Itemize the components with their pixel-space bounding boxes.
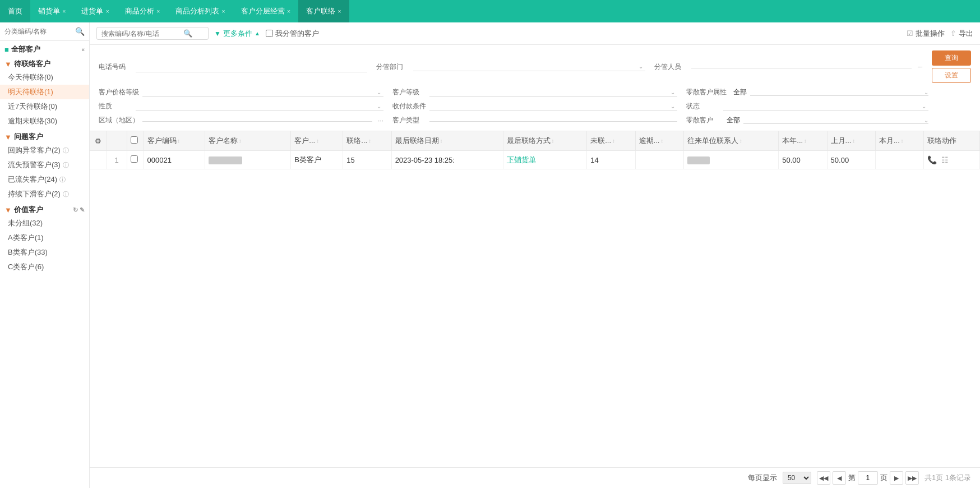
sidebar: 🔍 ■ 全部客户 « ▼ 待联络客户 今天待联络(0) 明天待联络(1) 近7天… bbox=[0, 22, 90, 488]
row-unreached: 14 bbox=[587, 151, 635, 169]
sidebar-item-today-contact[interactable]: 今天待联络(0) bbox=[0, 70, 89, 85]
sidebar-item-7days-contact[interactable]: 近7天待联络(0) bbox=[0, 99, 89, 114]
filter-status: 状态 ⌄ bbox=[686, 102, 971, 111]
page-number-input[interactable] bbox=[858, 471, 878, 485]
filter-payment-terms-select[interactable]: ⌄ bbox=[429, 102, 677, 111]
nav-purchase-order[interactable]: 进货单 × bbox=[73, 0, 117, 22]
sort-icon-contacts[interactable]: ↕ bbox=[368, 138, 371, 144]
sidebar-item-abnormal-repurchase[interactable]: 回购异常客户(2) ⓘ bbox=[0, 143, 89, 158]
content-area: 🔍 ▼ 更多条件 ▲ 我分管的客户 ☑ 批量操作 ⇧ 导出 bbox=[90, 22, 980, 488]
select-all-checkbox[interactable] bbox=[131, 136, 138, 144]
row-this-year: 50.00 bbox=[779, 151, 827, 169]
nav-customer-contact[interactable]: 客户联络 × bbox=[298, 0, 349, 22]
search-input[interactable] bbox=[101, 30, 180, 38]
sort-icon-related[interactable]: ↕ bbox=[739, 138, 742, 144]
export-btn[interactable]: ⇧ 导出 bbox=[950, 29, 973, 39]
search-icon[interactable]: 🔍 bbox=[183, 29, 192, 38]
filter-price-level-select[interactable]: ⌄ bbox=[142, 88, 383, 97]
sort-icon-unreached[interactable]: ↕ bbox=[612, 138, 615, 144]
nav-home[interactable]: 首页 bbox=[0, 0, 30, 22]
bulk-operation-btn[interactable]: ☑ 批量操作 bbox=[907, 29, 945, 39]
sort-icon-this-month[interactable]: ↕ bbox=[901, 138, 904, 144]
nav-customer-layering[interactable]: 客户分层经营 × bbox=[233, 0, 298, 22]
page-size-select[interactable]: 50 100 200 bbox=[783, 472, 811, 484]
next-page-btn[interactable]: ▶ bbox=[890, 471, 903, 485]
filter-manager-select[interactable] bbox=[691, 66, 912, 68]
sidebar-section-pending: ▼ 待联络客户 bbox=[0, 56, 89, 70]
help-icon-2: ⓘ bbox=[63, 161, 69, 169]
filter-nature-select[interactable]: ⌄ bbox=[136, 102, 383, 111]
nav-product-analysis[interactable]: 商品分析 × bbox=[117, 0, 168, 22]
manager-dots-btn[interactable]: ··· bbox=[917, 63, 923, 71]
sidebar-item-class-b[interactable]: B类客户(33) bbox=[0, 245, 89, 260]
last-contact-method-link[interactable]: 下销货单 bbox=[507, 155, 536, 164]
filter-status-select[interactable]: ⌄ bbox=[723, 102, 928, 111]
setting-button[interactable]: 设置 bbox=[932, 68, 971, 83]
filter-customer-type: 客户类型 bbox=[392, 116, 677, 125]
nav-close-customer-layering[interactable]: × bbox=[287, 8, 290, 15]
sidebar-item-overdue-contact[interactable]: 逾期未联络(30) bbox=[0, 114, 89, 128]
sidebar-item-class-a[interactable]: A类客户(1) bbox=[0, 231, 89, 245]
sidebar-all-customers[interactable]: ■ 全部客户 « bbox=[0, 41, 89, 56]
phone-action-icon[interactable]: 📞 bbox=[927, 155, 937, 164]
filter-phone-input[interactable] bbox=[136, 62, 367, 72]
th-this-month: 本月...↕ bbox=[875, 131, 923, 151]
filter-price-level: 客户价格等级 ⌄ bbox=[99, 88, 383, 97]
sidebar-item-churned[interactable]: 已流失客户(24) ⓘ bbox=[0, 172, 89, 187]
filter-phone: 电话号码 bbox=[99, 62, 367, 72]
customer-name-blurred bbox=[209, 156, 242, 164]
row-select-checkbox[interactable] bbox=[131, 155, 138, 163]
retail-customer-dropdown-icon[interactable]: ⌄ bbox=[924, 117, 928, 123]
sort-icon-code[interactable]: ↕ bbox=[178, 138, 181, 144]
nav-product-analysis-list[interactable]: 商品分析列表 × bbox=[168, 0, 233, 22]
filter-customer-level-select[interactable]: ⌄ bbox=[429, 88, 677, 97]
refresh-icon[interactable]: ↻ bbox=[73, 206, 78, 214]
sort-icon-overdue[interactable]: ↕ bbox=[660, 138, 663, 144]
last-page-btn[interactable]: ▶▶ bbox=[905, 471, 919, 485]
region-dots-btn[interactable]: ··· bbox=[378, 117, 383, 125]
sort-icon-date[interactable]: ↕ bbox=[440, 138, 443, 144]
sort-icon-name[interactable]: ↕ bbox=[239, 138, 242, 144]
grid-action-icon[interactable]: ☷ bbox=[941, 155, 949, 164]
query-button[interactable]: 查询 bbox=[932, 50, 971, 66]
sidebar-collapse-btn[interactable]: « bbox=[81, 47, 85, 53]
filter-more-btn[interactable]: ▼ 更多条件 ▲ bbox=[214, 29, 260, 39]
sort-icon-type[interactable]: ↕ bbox=[316, 138, 319, 144]
first-page-btn[interactable]: ◀◀ bbox=[817, 471, 830, 485]
sort-icon-method[interactable]: ↕ bbox=[552, 138, 554, 144]
sidebar-item-ungrouped[interactable]: 未分组(32) bbox=[0, 216, 89, 231]
th-last-month: 上月...↕ bbox=[827, 131, 875, 151]
sidebar-item-class-c[interactable]: C类客户(6) bbox=[0, 260, 89, 274]
filter-region-select[interactable] bbox=[142, 119, 372, 122]
th-related-contacts: 往来单位联系人↕ bbox=[683, 131, 778, 151]
nav-sales-order[interactable]: 销货单 × bbox=[30, 0, 73, 22]
row-checkbox bbox=[127, 151, 144, 169]
prev-page-btn[interactable]: ◀ bbox=[833, 471, 846, 485]
nav-close-purchase-order[interactable]: × bbox=[105, 8, 109, 15]
th-customer-code: 客户编码↕ bbox=[144, 131, 205, 151]
row-gear bbox=[90, 151, 107, 169]
my-customers-checkbox-wrap[interactable]: 我分管的客户 bbox=[266, 29, 319, 39]
edit-icon[interactable]: ✎ bbox=[80, 206, 85, 214]
sidebar-item-churn-warning[interactable]: 流失预警客户(3) ⓘ bbox=[0, 158, 89, 172]
customer-table: ⚙ 客户编码↕ 客户名称↕ 客户...↕ bbox=[90, 131, 980, 169]
sort-icon-year[interactable]: ↕ bbox=[804, 138, 807, 144]
filter-dept-select[interactable]: ⌄ bbox=[413, 62, 645, 71]
sort-icon-last-month[interactable]: ↕ bbox=[852, 138, 855, 144]
sidebar-search-input[interactable] bbox=[4, 27, 73, 35]
settings-icon[interactable]: ⚙ bbox=[95, 137, 101, 145]
sidebar-search-icon[interactable]: 🔍 bbox=[75, 27, 85, 36]
nav-close-sales-order[interactable]: × bbox=[62, 8, 66, 15]
sidebar-item-tomorrow-contact[interactable]: 明天待联络(1) bbox=[0, 85, 89, 99]
nav-close-customer-contact[interactable]: × bbox=[338, 8, 341, 15]
nav-close-product-analysis[interactable]: × bbox=[156, 8, 160, 15]
filter-customer-type-select[interactable] bbox=[429, 119, 677, 122]
sidebar-item-declining[interactable]: 持续下滑客户(2) ⓘ bbox=[0, 187, 89, 201]
nav-close-product-analysis-list[interactable]: × bbox=[221, 8, 225, 15]
my-customers-checkbox[interactable] bbox=[266, 30, 273, 37]
th-overdue: 逾期...↕ bbox=[635, 131, 683, 151]
filter-nature: 性质 ⌄ bbox=[99, 102, 383, 111]
th-gear: ⚙ bbox=[90, 131, 107, 151]
filter-row-4: 区域（地区） ··· 客户类型 零散客户 全部 ⌄ bbox=[99, 116, 971, 125]
retail-attr-dropdown-icon[interactable]: ⌄ bbox=[924, 89, 928, 95]
